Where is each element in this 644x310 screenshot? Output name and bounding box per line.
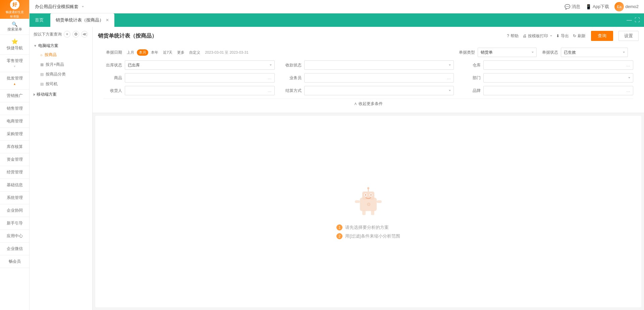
template-print-arrow-icon bbox=[550, 35, 552, 37]
sidebar-item-system-label: 系统管理 bbox=[1, 195, 28, 201]
doc-type-arrow-icon bbox=[532, 52, 534, 53]
main-panel: 销货单统计表（按商品） ? 帮助 🖨 按模板打印 bbox=[93, 27, 644, 310]
goods-select[interactable]: … bbox=[125, 73, 275, 83]
scheme-item-by-category[interactable]: ▤ 按商品分类 bbox=[30, 69, 92, 79]
sidebar-item-sales[interactable]: 销售管理 bbox=[0, 102, 29, 115]
doc-type-value: 销货单 bbox=[481, 50, 493, 55]
receipt-status-label: 收款状态 bbox=[283, 62, 302, 68]
date-btn-thisyear[interactable]: 本年 bbox=[149, 49, 160, 56]
brand-dots[interactable]: … bbox=[626, 88, 630, 93]
sidebar-item-guide[interactable]: 新手引导 bbox=[0, 217, 29, 230]
svg-point-7 bbox=[367, 187, 369, 189]
payment-arrow-icon bbox=[449, 90, 451, 91]
sidebar-item-inventory[interactable]: 库存核算 bbox=[0, 141, 29, 153]
messages-button[interactable]: 💬 消息 bbox=[565, 4, 580, 10]
scheme-group-mobile[interactable]: 移动端方案 bbox=[30, 90, 92, 99]
sidebar-item-wholesale[interactable]: 批发管理 ▴ bbox=[0, 72, 29, 90]
sidebar-item-ecommerce[interactable]: 电商管理 bbox=[0, 115, 29, 128]
tab-maximize-icon[interactable]: ⛶ bbox=[635, 17, 640, 23]
app-logo[interactable]: 好 畅捷通好生意 标准版 bbox=[0, 0, 30, 19]
receipt-status-select[interactable] bbox=[304, 60, 454, 70]
sidebar-item-marketing-label: 营销推广 bbox=[1, 93, 28, 99]
tab-close-icon[interactable]: ✕ bbox=[106, 18, 109, 22]
filter-area: 单据日期 上月 本月 本年 近7天 更多 自定义 2023-03-01 至 20… bbox=[98, 45, 639, 113]
sidebar-item-wholesale-label: 批发管理 bbox=[1, 75, 28, 81]
scheme-item-by-month-goods[interactable]: ▦ 按月+商品 bbox=[30, 60, 92, 69]
page-header: 销货单统计表（按商品） ? 帮助 🖨 按模板打印 bbox=[93, 27, 644, 113]
salesperson-label: 业务员 bbox=[283, 75, 302, 81]
scheme-item-by-category-icon: ▤ bbox=[40, 72, 44, 76]
collapse-button[interactable]: ∧ 收起更多条件 bbox=[103, 99, 633, 109]
doc-status-select[interactable]: 已生效 bbox=[561, 48, 628, 57]
app-download-button[interactable]: 📱 App下载 bbox=[586, 4, 609, 10]
date-btn-thismonth[interactable]: 本月 bbox=[137, 49, 148, 56]
brand-select[interactable]: … bbox=[483, 86, 633, 95]
quick-nav-item[interactable]: ⭐ 快捷导航 bbox=[0, 35, 29, 55]
sidebar-item-member[interactable]: 畅会员 bbox=[0, 255, 29, 268]
user-avatar-area[interactable]: Ea demo2 bbox=[614, 2, 639, 11]
template-print-button[interactable]: 🖨 按模板打印 bbox=[523, 33, 552, 39]
warehouse-label: 仓库 bbox=[462, 62, 481, 68]
sidebar-item-enterprise[interactable]: 企业协同 bbox=[0, 204, 29, 217]
filter-row-1: 单据日期 上月 本月 本年 近7天 更多 自定义 2023-03-01 至 20… bbox=[103, 48, 633, 57]
sidebar-item-wechat[interactable]: 企业微信 bbox=[0, 243, 29, 255]
date-btn-7days[interactable]: 近7天 bbox=[161, 49, 174, 56]
help-icon: ? bbox=[507, 34, 509, 38]
query-button[interactable]: 查询 bbox=[591, 31, 613, 41]
sidebar-item-appstore[interactable]: 应用中心 bbox=[0, 230, 29, 243]
warehouse-dots[interactable]: … bbox=[626, 63, 630, 67]
payment-select[interactable] bbox=[304, 86, 454, 95]
scheme-tree: ▼ 电脑端方案 ○ 按商品 ▦ 按月+商品 ▤ 按商品分类 ▤ 按司机 bbox=[30, 40, 92, 100]
consignee-select[interactable]: … bbox=[125, 86, 275, 95]
date-btn-custom[interactable]: 自定义 bbox=[187, 49, 202, 56]
date-btn-lastmonth[interactable]: 上月 bbox=[125, 49, 136, 56]
tab-sales-stats[interactable]: 销货单统计表（按商品） ✕ bbox=[50, 13, 114, 27]
tab-minimize-icon[interactable]: — bbox=[627, 17, 632, 23]
empty-step-2: 2 用[过滤]条件来缩小分析范围 bbox=[336, 233, 400, 239]
app-name: 畅捷通好生意 bbox=[6, 10, 24, 14]
refresh-label: 刷新 bbox=[578, 33, 586, 39]
svg-rect-10 bbox=[362, 210, 366, 215]
help-button[interactable]: ? 帮助 bbox=[507, 33, 519, 39]
salesperson-dots[interactable]: … bbox=[447, 75, 451, 80]
workspace-dropdown-icon[interactable] bbox=[82, 6, 84, 7]
search-menu-item[interactable]: 🔍 搜索菜单 bbox=[0, 19, 29, 35]
sidebar-item-system[interactable]: 系统管理 bbox=[0, 192, 29, 204]
help-label: 帮助 bbox=[511, 33, 519, 39]
date-filter-label: 单据日期 bbox=[103, 50, 122, 55]
goods-dots[interactable]: … bbox=[268, 75, 272, 80]
scheme-item-by-goods[interactable]: ○ 按商品 bbox=[30, 50, 92, 60]
sidebar-item-operations[interactable]: 经营管理 bbox=[0, 166, 29, 179]
scheme-collapse-button[interactable]: ≪ bbox=[81, 31, 88, 38]
receipt-status-arrow-icon bbox=[449, 64, 451, 66]
department-select[interactable] bbox=[483, 73, 633, 83]
doc-status-label: 单据状态 bbox=[539, 50, 558, 55]
template-print-label: 按模板打印 bbox=[528, 33, 548, 39]
filter-row-4: 收货人 … 结算方式 bbox=[103, 86, 633, 95]
sidebar-item-sales-label: 销售管理 bbox=[1, 106, 28, 111]
sidebar-item-purchase[interactable]: 采购管理 bbox=[0, 128, 29, 141]
scheme-item-by-driver[interactable]: ▤ 按司机 bbox=[30, 79, 92, 89]
tab-sales-stats-label: 销货单统计表（按商品） bbox=[56, 17, 104, 23]
settings-button[interactable]: 设置 bbox=[619, 31, 639, 41]
consignee-label: 收货人 bbox=[103, 88, 122, 94]
sidebar-item-marketing[interactable]: 营销推广 bbox=[0, 90, 29, 102]
tab-home[interactable]: 首页 bbox=[30, 13, 49, 27]
sidebar-item-retail[interactable]: 零售管理 ▾ bbox=[0, 55, 29, 72]
refresh-button[interactable]: ↻ 刷新 bbox=[573, 33, 586, 39]
sidebar-item-finance[interactable]: 资金管理 bbox=[0, 153, 29, 166]
warehouse-select[interactable]: … bbox=[483, 60, 633, 70]
scheme-settings-button[interactable]: ⚙ bbox=[72, 31, 79, 38]
doc-type-select[interactable]: 销货单 bbox=[478, 48, 537, 57]
export-button[interactable]: ⬇ 导出 bbox=[556, 33, 569, 39]
scheme-group-pc[interactable]: ▼ 电脑端方案 bbox=[30, 42, 92, 50]
tab-bar-right: — ⛶ bbox=[627, 17, 644, 23]
salesperson-select[interactable]: … bbox=[304, 73, 454, 83]
sidebar-item-basic[interactable]: 基础信息 bbox=[0, 179, 29, 192]
consignee-dots[interactable]: … bbox=[268, 88, 272, 93]
scheme-add-button[interactable]: + bbox=[64, 31, 70, 38]
out-status-select[interactable]: 已出库 bbox=[125, 60, 275, 70]
sidebar-item-enterprise-label: 企业协同 bbox=[1, 208, 28, 213]
page-title: 销货单统计表（按商品） bbox=[98, 33, 157, 40]
date-btn-more[interactable]: 更多 bbox=[175, 49, 186, 56]
